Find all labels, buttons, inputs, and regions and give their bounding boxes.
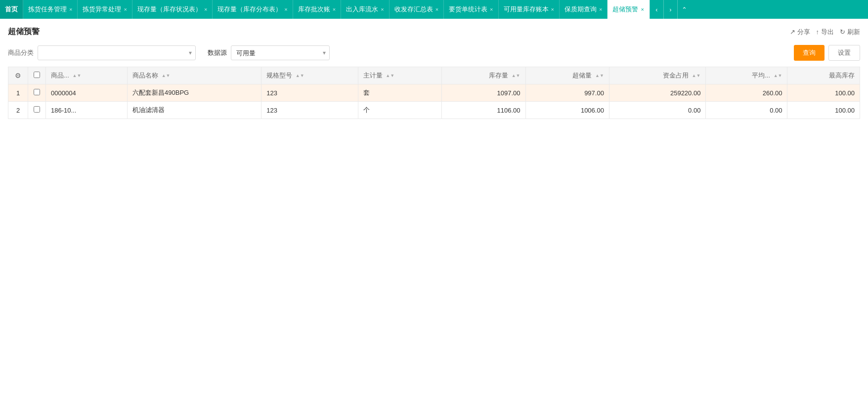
th-capital[interactable]: 资金占用 ▲▼	[609, 67, 705, 84]
refresh-button[interactable]: ↻ 刷新	[840, 28, 860, 37]
cell-code-1: 186-10...	[46, 102, 128, 119]
close-icon-3[interactable]: ×	[204, 6, 207, 12]
nav-bar: 首页 拣货任务管理 × 拣货异常处理 × 现存量（库存状况表） × 现存量（库存…	[0, 0, 868, 19]
sort-icon-code[interactable]: ▲▼	[72, 74, 81, 78]
cell-over-0: 997.00	[525, 84, 609, 102]
nav-next-arrow[interactable]: ›	[663, 0, 677, 19]
close-icon-1[interactable]: ×	[69, 6, 72, 12]
cell-code-0: 0000004	[46, 84, 128, 102]
cell-capital-1: 0.00	[609, 102, 705, 119]
sort-icon-stock[interactable]: ▲▼	[512, 74, 521, 78]
sort-icon-unit[interactable]: ▲▼	[386, 74, 394, 78]
data-table: ⚙ 商品... ▲▼ 商品名称 ▲▼ 规格型号 ▲▼ 主计	[8, 67, 860, 119]
close-icon-8[interactable]: ×	[490, 6, 493, 12]
th-code[interactable]: 商品... ▲▼	[46, 67, 128, 84]
action-buttons: 查询 设置	[794, 45, 860, 61]
share-button[interactable]: ↗ 分享	[790, 28, 810, 37]
datasource-select[interactable]: 可用量	[231, 45, 330, 60]
category-select[interactable]	[38, 45, 196, 60]
cell-avg-1: 0.00	[706, 102, 787, 119]
cell-capital-0: 259220.00	[609, 84, 705, 102]
cell-num-1: 2	[8, 102, 28, 119]
cell-avg-0: 260.00	[706, 84, 787, 102]
cell-num-0: 1	[8, 84, 28, 102]
cell-max-1: 100.00	[787, 102, 860, 119]
cell-check-0[interactable]	[28, 84, 46, 102]
cell-check-1[interactable]	[28, 102, 46, 119]
table-header-row: ⚙ 商品... ▲▼ 商品名称 ▲▼ 规格型号 ▲▼ 主计	[8, 67, 860, 84]
sort-icon-spec[interactable]: ▲▼	[296, 74, 304, 78]
nav-tab-7[interactable]: 收发存汇总表 ×	[390, 0, 444, 19]
header-actions: ↗ 分享 ↑ 导出 ↻ 刷新	[790, 28, 861, 37]
nav-prev-arrow[interactable]: ‹	[650, 0, 663, 19]
filter-bar: 商品分类 数据源 可用量 查询 设置	[8, 45, 860, 61]
select-all-checkbox[interactable]	[34, 72, 40, 78]
close-icon-6[interactable]: ×	[381, 6, 384, 12]
nav-tab-3[interactable]: 现存量（库存状况表） ×	[132, 0, 213, 19]
nav-tab-11[interactable]: 超储预警 ×	[608, 0, 649, 19]
query-button[interactable]: 查询	[794, 45, 825, 61]
nav-tab-4[interactable]: 现存量（库存分布表） ×	[213, 0, 293, 19]
cell-max-0: 100.00	[787, 84, 860, 102]
row-checkbox-0[interactable]	[34, 89, 40, 95]
cell-spec-0: 123	[261, 84, 358, 102]
th-name[interactable]: 商品名称 ▲▼	[128, 67, 261, 84]
nav-tab-5[interactable]: 库存批次账 ×	[293, 0, 341, 19]
category-label: 商品分类	[8, 48, 34, 57]
table-row: 2 186-10... 机油滤清器 123 个 1106.00 1006.00 …	[8, 102, 860, 119]
page-title: 超储预警	[8, 27, 40, 37]
gear-icon[interactable]: ⚙	[15, 72, 21, 79]
nav-tab-6[interactable]: 出入库流水 ×	[341, 0, 389, 19]
nav-tab-8[interactable]: 要货单统计表 ×	[444, 0, 498, 19]
th-avg[interactable]: 平均... ▲▼	[706, 67, 787, 84]
datasource-label: 数据源	[208, 48, 227, 57]
setting-button[interactable]: 设置	[828, 45, 860, 61]
cell-stock-0: 1097.00	[442, 84, 525, 102]
export-icon: ↑	[816, 28, 820, 36]
page-header: 超储预警 ↗ 分享 ↑ 导出 ↻ 刷新	[8, 27, 860, 37]
nav-tab-2[interactable]: 拣货异常处理 ×	[78, 0, 132, 19]
filter-datasource: 数据源 可用量	[208, 45, 330, 60]
sort-icon-over[interactable]: ▲▼	[595, 74, 604, 78]
close-icon-9[interactable]: ×	[551, 6, 554, 12]
nav-tab-1[interactable]: 拣货任务管理 ×	[23, 0, 78, 19]
cell-name-0: 六配套新昌490BPG	[128, 84, 261, 102]
datasource-select-wrap: 可用量	[231, 45, 330, 60]
nav-tab-9[interactable]: 可用量库存账本 ×	[499, 0, 560, 19]
close-icon-10[interactable]: ×	[599, 6, 602, 12]
refresh-icon: ↻	[840, 28, 845, 36]
cell-stock-1: 1106.00	[442, 102, 525, 119]
close-icon-4[interactable]: ×	[284, 6, 287, 12]
category-select-wrap	[38, 45, 196, 60]
filter-category: 商品分类	[8, 45, 196, 60]
th-spec[interactable]: 规格型号 ▲▼	[261, 67, 358, 84]
th-settings[interactable]: ⚙	[8, 67, 28, 84]
cell-unit-0: 套	[358, 84, 441, 102]
sort-icon-capital[interactable]: ▲▼	[692, 74, 701, 78]
th-unit[interactable]: 主计量 ▲▼	[358, 67, 441, 84]
sort-icon-avg[interactable]: ▲▼	[774, 74, 782, 78]
close-icon-2[interactable]: ×	[124, 6, 127, 12]
page-content: 超储预警 ↗ 分享 ↑ 导出 ↻ 刷新 商品分类	[0, 19, 868, 395]
nav-tab-10[interactable]: 保质期查询 ×	[560, 0, 608, 19]
cell-spec-1: 123	[261, 102, 358, 119]
cell-over-1: 1006.00	[525, 102, 609, 119]
sort-icon-name[interactable]: ▲▼	[162, 74, 171, 78]
share-icon: ↗	[790, 28, 795, 36]
export-button[interactable]: ↑ 导出	[816, 28, 834, 37]
th-stock[interactable]: 库存量 ▲▼	[442, 67, 525, 84]
close-icon-5[interactable]: ×	[333, 6, 336, 12]
cell-name-1: 机油滤清器	[128, 102, 261, 119]
row-checkbox-1[interactable]	[34, 106, 40, 113]
th-check[interactable]	[28, 67, 46, 84]
table-row: 1 0000004 六配套新昌490BPG 123 套 1097.00 997.…	[8, 84, 860, 102]
nav-tab-home[interactable]: 首页	[0, 0, 23, 19]
cell-unit-1: 个	[358, 102, 441, 119]
th-max[interactable]: 最高库存	[787, 67, 860, 84]
nav-menu-arrow[interactable]: ⌃	[677, 0, 691, 19]
th-over[interactable]: 超储量 ▲▼	[525, 67, 609, 84]
close-icon-7[interactable]: ×	[435, 6, 438, 12]
close-icon-11[interactable]: ×	[641, 6, 644, 12]
